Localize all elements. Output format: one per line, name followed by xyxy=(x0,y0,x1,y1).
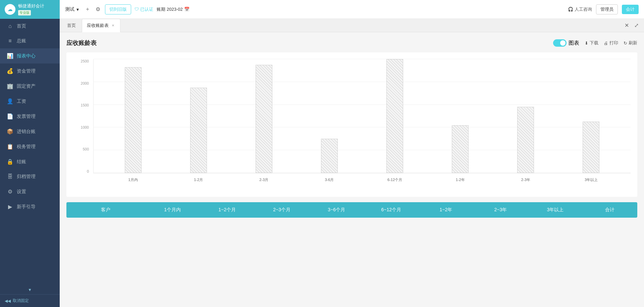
bar-group-2-3月: 2-3月 xyxy=(231,59,297,173)
table-header-3~6个月: 3~6个月 xyxy=(309,202,364,218)
bar-group-3年以上: 3年以上 xyxy=(558,59,624,173)
print-button[interactable]: 🖨 打印 xyxy=(604,40,618,46)
bar-3年以上[interactable] xyxy=(583,122,599,173)
sidebar-item-inventory[interactable]: 📦进销台账 xyxy=(0,124,60,139)
page-title: 应收账龄表 xyxy=(66,39,97,47)
sidebar-item-home[interactable]: ⌂首页 xyxy=(0,19,60,34)
logo-info: 畅捷通好会计 专业版 xyxy=(18,3,44,15)
sidebar-item-invoice[interactable]: 📄发票管理 xyxy=(0,109,60,124)
sidebar-nav: ⌂首页≡总账📊报表中心💰资金管理🏢固定资产👤工资📄发票管理📦进销台账📋税务管理🔒… xyxy=(0,19,60,286)
y-axis-label: 0 xyxy=(73,169,92,173)
add-button[interactable]: ＋ xyxy=(84,4,92,14)
salary-icon: 👤 xyxy=(7,98,13,104)
bar-1-2月[interactable] xyxy=(190,88,207,173)
bar-group-3-6月: 3-6月 xyxy=(297,59,362,173)
sidebar-item-guide[interactable]: ▶新手引导 xyxy=(0,199,60,214)
chart-plot: 1月内1-2月2-3月3-6月6-12个月1-2年2-3年3年以上 xyxy=(93,59,631,173)
table-container: 客户1个月内1~2个月2~3个月3~6个月6~12个月1~2年2~3年3年以上合… xyxy=(66,202,637,218)
switch-version-button[interactable]: 切到旧版 xyxy=(105,4,131,14)
page-header: 应收账龄表 图表 ⬇ 下载 🖨 打印 ↻ 刷新 xyxy=(66,39,637,47)
period-info: 账期 2023-02 📅 xyxy=(157,6,190,12)
tab-home-label: 首页 xyxy=(67,23,76,29)
print-icon: 🖨 xyxy=(604,41,608,46)
close-window-button[interactable]: ✕ xyxy=(623,21,630,30)
sidebar-label-close: 结账 xyxy=(17,159,26,165)
sidebar-label-settings: 设置 xyxy=(17,189,26,195)
bar-2-3月[interactable] xyxy=(256,65,272,173)
tab-bar-right: ✕ ⤢ xyxy=(623,19,641,32)
sidebar-item-funds[interactable]: 💰资金管理 xyxy=(0,63,60,79)
tab-aging[interactable]: 应收账龄表 × xyxy=(82,19,120,32)
bar-2-3年[interactable] xyxy=(517,107,534,173)
refresh-button[interactable]: ↻ 刷新 xyxy=(624,40,637,46)
tax-icon: 📋 xyxy=(7,143,13,150)
sidebar-item-settings[interactable]: ⚙设置 xyxy=(0,184,60,199)
bar-1月内[interactable] xyxy=(125,67,142,173)
y-axis-label: 2000 xyxy=(73,81,92,85)
sidebar-label-invoice: 发票管理 xyxy=(17,114,36,120)
home-icon: ⌂ xyxy=(7,23,13,29)
sidebar-scroll-down[interactable]: ▼ xyxy=(0,286,60,294)
expand-window-button[interactable]: ⤢ xyxy=(633,21,640,30)
period-label: 账期 xyxy=(157,6,165,12)
table-header-合计: 合计 xyxy=(583,202,637,218)
tab-close-aging[interactable]: × xyxy=(111,23,115,28)
sidebar-item-tax[interactable]: 📋税务管理 xyxy=(0,139,60,154)
sidebar-item-archive[interactable]: 🗄归档管理 xyxy=(0,169,60,184)
sidebar-label-funds: 资金管理 xyxy=(17,68,36,74)
bar-3-6月[interactable] xyxy=(321,139,338,173)
admin-button[interactable]: 管理员 xyxy=(596,4,618,14)
project-selector[interactable]: 测试 ▾ xyxy=(65,6,79,12)
refresh-icon: ↻ xyxy=(624,41,627,46)
bars-container: 1月内1-2月2-3月3-6月6-12个月1-2年2-3年3年以上 xyxy=(94,59,631,173)
download-label: 下载 xyxy=(590,40,598,46)
dropdown-icon: ▾ xyxy=(76,7,79,12)
table-header: 客户1个月内1~2个月2~3个月3~6个月6~12个月1~2年2~3年3年以上合… xyxy=(66,202,637,218)
sidebar-item-close[interactable]: 🔒结账 xyxy=(0,154,60,169)
sidebar-item-salary[interactable]: 👤工资 xyxy=(0,94,60,109)
pin-icon: ◀◀ xyxy=(5,299,11,303)
guide-icon: ▶ xyxy=(7,204,13,210)
sidebar-item-ledger[interactable]: ≡总账 xyxy=(0,34,60,48)
table-header-客户: 客户 xyxy=(66,202,145,218)
scroll-down-arrow[interactable]: ▼ xyxy=(25,287,35,293)
y-axis-label: 1000 xyxy=(73,125,92,129)
period-value: 2023-02 xyxy=(167,7,183,12)
sidebar-label-tax: 税务管理 xyxy=(17,144,36,150)
bar-label-2-3年: 2-3年 xyxy=(521,177,530,182)
page-actions: 图表 ⬇ 下载 🖨 打印 ↻ 刷新 xyxy=(553,39,637,47)
table-header-2~3个月: 2~3个月 xyxy=(255,202,309,218)
download-icon: ⬇ xyxy=(585,41,588,46)
logo-text: 畅捷通好会计 xyxy=(18,3,44,9)
invoice-icon: 📄 xyxy=(7,113,13,120)
chart-toggle[interactable] xyxy=(553,39,567,47)
download-button[interactable]: ⬇ 下载 xyxy=(585,40,598,46)
sidebar-label-guide: 新手引导 xyxy=(17,204,36,210)
settings-button[interactable]: ⚙ xyxy=(94,5,102,14)
bar-label-3年以上: 3年以上 xyxy=(585,177,598,182)
calendar-icon[interactable]: 📅 xyxy=(184,7,190,12)
table-header-6~12个月: 6~12个月 xyxy=(364,202,419,218)
project-name: 测试 xyxy=(65,6,74,12)
bar-group-1月内: 1月内 xyxy=(100,59,166,173)
tab-bar: 首页 应收账龄表 × ✕ ⤢ xyxy=(60,19,644,32)
sidebar-label-archive: 归档管理 xyxy=(17,174,36,180)
cancel-fixed-btn[interactable]: ◀◀ 取消固定 xyxy=(0,294,60,307)
bar-6-12个月[interactable] xyxy=(386,59,403,173)
bar-1-2年[interactable] xyxy=(452,125,469,173)
consult-button[interactable]: 🎧 人工咨询 xyxy=(568,6,592,12)
bar-label-3-6月: 3-6月 xyxy=(325,177,334,182)
sidebar-item-reports[interactable]: 📊报表中心 xyxy=(0,48,60,63)
y-axis-label: 2500 xyxy=(73,59,92,63)
accountant-button[interactable]: 会计 xyxy=(622,5,639,14)
bar-group-2-3年: 2-3年 xyxy=(493,59,558,173)
settings-icon: ⚙ xyxy=(7,188,13,195)
chart-area: 05001000150020002500 1月内1-2月2-3月3-6月6-12… xyxy=(73,59,631,187)
chart-toggle-container: 图表 xyxy=(553,39,579,47)
table-header-1个月内: 1个月内 xyxy=(145,202,200,218)
sidebar-item-assets[interactable]: 🏢固定资产 xyxy=(0,79,60,94)
cancel-fixed-label: 取消固定 xyxy=(13,298,29,304)
tab-home[interactable]: 首页 xyxy=(62,19,80,32)
bar-group-6-12个月: 6-12个月 xyxy=(362,59,428,173)
chart-y-axis: 05001000150020002500 xyxy=(73,59,92,173)
